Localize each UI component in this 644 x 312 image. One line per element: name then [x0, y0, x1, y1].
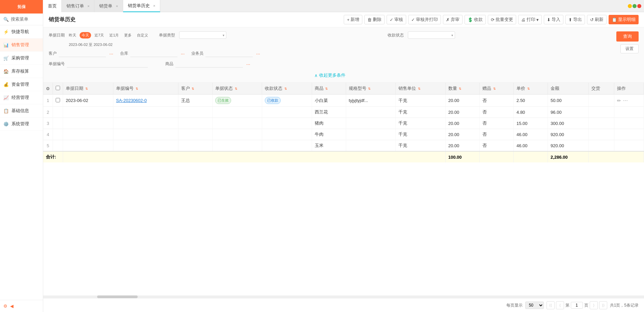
col-quantity[interactable]: 数量 ⇅	[445, 83, 479, 95]
sidebar-item-basic-info[interactable]: 📋 基础信息	[0, 104, 43, 118]
row-sales-unit: 千克	[396, 107, 445, 118]
sort-icon-sales-unit: ⇅	[418, 87, 421, 90]
row-doc-no: SA-20230602-0	[113, 95, 178, 107]
tab-sales-history[interactable]: 销货单历史 ×	[123, 0, 160, 12]
col-goods[interactable]: 商品 ⇅	[312, 83, 346, 95]
date-shortcut-more[interactable]: 更多	[122, 32, 134, 38]
col-collect-status[interactable]: 收款状态 ⇅	[262, 83, 312, 95]
col-sales-unit-label: 销售单位	[398, 86, 416, 91]
sidebar-item-finance[interactable]: 💰 资金管理	[0, 78, 43, 91]
table-settings-col[interactable]: ⚙	[43, 83, 53, 95]
row-transaction	[588, 118, 614, 129]
window-close[interactable]	[637, 4, 641, 8]
page-input[interactable]	[571, 302, 583, 309]
more-row-btn[interactable]: ⋯	[623, 98, 628, 103]
sidebar-item-inventory[interactable]: 🏠 库存核算	[0, 65, 43, 78]
select-all-checkbox[interactable]	[56, 86, 60, 90]
row-goods: 西兰花	[312, 107, 346, 118]
show-detail-button[interactable]: 📋 显示明细	[609, 15, 639, 24]
collapse-btn[interactable]: ∧ 收起更多条件	[49, 71, 611, 78]
app-logo: 拓保	[0, 0, 43, 14]
col-doc-no[interactable]: 单据编号 ⇅	[113, 83, 178, 95]
next-page-btn[interactable]: ⟩	[590, 301, 598, 309]
customer-dots-btn[interactable]: ···	[108, 51, 115, 56]
col-spec-type[interactable]: 规格型号 ⇅	[346, 83, 395, 95]
summary-empty2	[480, 151, 514, 162]
tab-sales-history-close[interactable]: ×	[153, 4, 155, 8]
import-button[interactable]: ⬇ 导入	[544, 15, 563, 24]
sidebar-search[interactable]: 🔍 搜索菜单	[0, 14, 43, 25]
tab-sales-goods-close[interactable]: ×	[116, 4, 118, 8]
warehouse-input[interactable]	[130, 50, 177, 57]
last-page-btn[interactable]: ⟩⟩	[599, 301, 607, 309]
row-checkbox-cell	[53, 107, 63, 118]
tab-home[interactable]: 首页	[43, 0, 62, 12]
page-size-select[interactable]: 50 20 100	[525, 302, 544, 309]
audit-print-button[interactable]: ✓ 审核并打印	[408, 15, 441, 24]
summary-label: 合计:	[43, 151, 63, 162]
date-shortcut-month1[interactable]: 近1月	[107, 32, 121, 38]
sidebar-item-quick-nav[interactable]: ⚡ 快捷导航	[0, 25, 43, 38]
print-button[interactable]: 🖨 打印 ▾	[518, 15, 542, 24]
row-checkbox[interactable]	[56, 98, 60, 102]
col-gift[interactable]: 赠品 ⇅	[480, 83, 514, 95]
doc-status-badge: 已生效	[215, 97, 231, 104]
row-amount: 50.00	[548, 95, 589, 107]
export-button[interactable]: ⬆ 导出	[565, 15, 585, 24]
staff-dots-btn[interactable]: ···	[255, 51, 261, 56]
goods-dots-btn[interactable]: ···	[245, 61, 252, 67]
batch-change-button[interactable]: ⟳ 批量变更	[488, 15, 516, 24]
date-range-display: 2023-06-02 至 2023-06-02	[69, 42, 611, 47]
audit-button[interactable]: ✓ 审核	[387, 15, 406, 24]
sidebar-item-sales-mgmt[interactable]: 📊 销售管理	[0, 38, 43, 52]
export-icon: ⬆	[568, 17, 572, 22]
col-doc-date[interactable]: 单据日期 ⇅	[63, 83, 113, 95]
doc-no-link[interactable]: SA-20230602-0	[116, 98, 147, 103]
date-shortcut-today[interactable]: 今天	[80, 32, 91, 38]
col-spec-type-label: 规格型号	[349, 86, 366, 91]
row-checkbox-cell	[53, 118, 63, 129]
refresh-button[interactable]: ↺ 刷新	[587, 15, 607, 24]
docno-input[interactable]	[67, 60, 148, 68]
tab-sales-goods[interactable]: 销货单 ×	[94, 0, 123, 12]
row-doc-no	[113, 107, 178, 118]
discard-button[interactable]: ✗ 弃审	[443, 15, 463, 24]
col-customer-label: 客户	[181, 86, 190, 91]
goods-input[interactable]	[175, 60, 243, 68]
date-shortcut-week7[interactable]: 近7天	[92, 32, 106, 38]
window-maximize[interactable]	[633, 4, 637, 8]
window-minimize[interactable]	[628, 4, 632, 8]
col-doc-status[interactable]: 单据状态 ⇅	[212, 83, 262, 95]
date-shortcut-yesterday[interactable]: 昨天	[67, 32, 78, 38]
sidebar-collapse-icon[interactable]: ◀	[10, 304, 13, 309]
first-page-btn[interactable]: ⟨⟨	[547, 301, 555, 309]
col-customer[interactable]: 客户 ⇅	[178, 83, 212, 95]
delete-button[interactable]: 🗑 删除	[364, 15, 385, 24]
collect-status-select[interactable]	[408, 31, 455, 39]
setting-button[interactable]: 设置	[620, 44, 639, 53]
row-collect-status	[262, 107, 312, 118]
doc-type-select[interactable]	[179, 31, 226, 39]
tab-sales-order-close[interactable]: ×	[87, 4, 89, 8]
col-unit-price[interactable]: 单价 ⇅	[514, 83, 548, 95]
horizontal-scrollbar[interactable]	[43, 295, 644, 298]
tab-sales-order[interactable]: 销售订单 ×	[62, 0, 94, 12]
tab-sales-order-label: 销售订单	[66, 3, 84, 9]
prev-page-btn[interactable]: ⟨	[556, 301, 564, 309]
sidebar-item-operations[interactable]: 📈 经营管理	[0, 91, 43, 104]
table-row: 3 猪肉 千克 20.00 否 15.00 300.00	[43, 118, 644, 129]
row-spec-type	[346, 107, 395, 118]
col-sales-unit[interactable]: 销售单位 ⇅	[396, 83, 445, 95]
date-shortcut-custom[interactable]: 自定义	[135, 32, 150, 38]
sidebar-item-purchase-mgmt[interactable]: 🛒 采购管理	[0, 52, 43, 65]
scrollbar-thumb[interactable]	[97, 295, 138, 298]
staff-input[interactable]	[205, 50, 253, 57]
add-button[interactable]: + 新增	[344, 15, 362, 24]
warehouse-dots-btn[interactable]: ···	[179, 51, 186, 56]
query-button[interactable]: 查询	[616, 31, 639, 42]
edit-row-btn[interactable]: ✏	[617, 98, 621, 103]
sidebar-settings-icon[interactable]: ⚙	[3, 304, 7, 309]
customer-input[interactable]	[59, 50, 106, 57]
collect-button[interactable]: 💲 收款	[465, 15, 486, 24]
sidebar-item-system[interactable]: ⚙️ 系统管理	[0, 118, 43, 131]
